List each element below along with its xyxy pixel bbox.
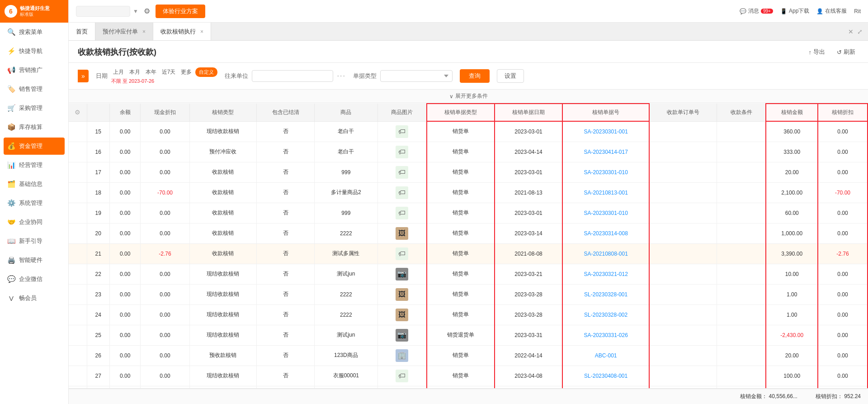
settings-button[interactable]: 设置 [497,69,524,83]
bill-no-link[interactable]: SA-20230414-017 [584,149,627,155]
cell-cancel_bill_no[interactable]: SA-20230301-010 [562,162,649,182]
user-info[interactable]: Rit [854,8,861,14]
expand-more-button[interactable]: ∨ 展开更多条件 [449,92,488,100]
logo-icon: 6 [5,5,17,18]
cell-cancel_bill_type: 销货单 [427,142,495,162]
sidebar-item-wechat[interactable]: 💬 企业微信 [0,270,68,289]
cell-cash_discount: 0.00 [141,325,189,345]
cell-cancel_bill_no[interactable]: SL-20230408-001 [562,366,649,386]
cell-cancel_bill_no[interactable]: SA-20230414-017 [562,142,649,162]
filter-expand-button[interactable]: » [78,70,89,82]
col-header-include_settled: 包含已结清 [256,104,314,121]
cell-cancel_bill_no[interactable]: SA-20230331-026 [562,325,649,345]
sidebar-item-quick-nav[interactable]: ⚡ 快捷导航 [0,42,68,61]
cell-cash_discount: -2.76 [141,243,189,264]
unit-filter-input[interactable] [252,70,333,82]
cell-balance: 0.00 [110,366,141,386]
date-custom-btn[interactable]: 自定义 [195,67,217,77]
bill-no-link[interactable]: SL-20230408-001 [584,373,627,379]
cell-collection_condition [717,182,766,203]
cell-cancel_amount: 10.00 [766,264,817,284]
sidebar-label-sales: 销售管理 [19,85,42,93]
cell-cancel_bill_no[interactable]: SL-20230328-002 [562,304,649,325]
query-button[interactable]: 查询 [460,69,490,83]
table-container[interactable]: ⚙余额现金折扣核销类型包含已结清商品商品图片核销单据类型核销单据日期核销单据号收… [69,103,868,388]
export-button[interactable]: ↑ 导出 [805,46,829,58]
cell-product_image: 📷 [377,264,427,284]
cell-cancel_bill_no[interactable]: ABC-001 [562,345,649,366]
app-download-button[interactable]: 📱 App下载 [780,7,809,15]
tab-prepay-close[interactable]: × [142,29,146,35]
cell-balance: 0.00 [110,203,141,223]
sidebar-item-inventory[interactable]: 📦 库存核算 [0,118,68,137]
sidebar-item-system[interactable]: ⚙️ 系统管理 [0,194,68,213]
messages-button[interactable]: 💬 消息 99+ [740,7,773,15]
sidebar-item-sales[interactable]: 🏷️ 销售管理 [0,80,68,99]
cell-include_settled: 否 [256,366,314,386]
cell-collection_order_no [649,325,717,345]
sidebar-item-marketing[interactable]: 📢 营销推广 [0,61,68,80]
table-settings-icon[interactable]: ⚙ [75,109,80,116]
bill-no-link[interactable]: SA-20230301-010 [584,169,627,176]
bill-no-link[interactable]: SA-20230331-026 [584,332,627,338]
tab-collection[interactable]: 收款核销执行 × [153,23,211,40]
online-service-button[interactable]: 👤 在线客服 [816,7,847,15]
sidebar-item-basic-info[interactable]: 🗂️ 基础信息 [0,175,68,194]
date-7days-btn[interactable]: 近7天 [160,67,178,77]
export-icon: ↑ [809,49,812,56]
refresh-button[interactable]: ↺ 刷新 [833,46,859,58]
bill-no-link[interactable]: ABC-001 [595,352,617,359]
cell-cancel_discount: 0.00 [818,325,868,345]
gear-icon[interactable]: ⚙ [144,7,150,15]
cell-cancel_bill_no[interactable]: SA-20230301-010 [562,203,649,223]
date-this-month-btn[interactable]: 本月 [127,67,142,77]
bill-type-select[interactable] [380,70,453,82]
bill-no-link[interactable]: SA-20230321-012 [584,271,627,277]
cell-balance: 0.00 [110,142,141,162]
bill-no-link[interactable]: SA-20210808-001 [584,251,627,257]
cell-product: 999 [315,203,377,223]
col-header-product: 商品 [315,104,377,121]
sidebar-item-search[interactable]: 🔍 搜索菜单 [0,23,68,42]
date-this-year-btn[interactable]: 本年 [144,67,158,77]
tab-collection-close[interactable]: × [200,29,203,35]
industry-solution-button[interactable]: 体验行业方案 [156,5,205,18]
sidebar-item-operations[interactable]: 📊 经营管理 [0,156,68,175]
cell-cancel_bill_no[interactable]: SA-20210813-001 [562,182,649,203]
cell-cancel_bill_no[interactable]: SA-20210808-001 [562,243,649,264]
cell-cancel_bill_no[interactable]: SA-20230321-012 [562,264,649,284]
sidebar-item-member[interactable]: V 畅会员 [0,289,68,308]
cell-cancel_bill_no[interactable]: SL-20230328-001 [562,284,649,304]
maximize-window-icon[interactable]: ⤢ [857,28,863,35]
sidebar-item-finance[interactable]: 💰 资金管理 [4,138,65,155]
data-table: ⚙余额现金折扣核销类型包含已结清商品商品图片核销单据类型核销单据日期核销单据号收… [69,103,868,388]
cell-cancel_bill_no[interactable]: SA-20230301-001 [562,121,649,142]
cell-cancel_bill_type: 销货退货单 [427,325,495,345]
cell-cancel_bill_no[interactable]: SA-20230314-008 [562,223,649,243]
bill-no-link[interactable]: SA-20210813-001 [584,190,627,196]
cell-cancel_type: 预收款核销 [189,345,256,366]
cell-include_settled: 否 [256,203,314,223]
bill-no-link[interactable]: SL-20230328-002 [584,312,627,318]
sidebar-item-hardware[interactable]: 🖨️ 智能硬件 [0,251,68,270]
brand-input[interactable] [76,6,130,17]
tab-home[interactable]: 首页 [69,23,95,40]
cell-balance: 0.00 [110,345,141,366]
tabbar: 首页 预付冲应付单 × 收款核销执行 × ✕ ⤢ [69,23,868,41]
bill-no-link[interactable]: SA-20230301-010 [584,210,627,216]
cell-cancel_bill_type: 销货单 [427,162,495,182]
col-settings[interactable]: ⚙ [69,104,87,121]
bill-no-link[interactable]: SA-20230314-008 [584,230,627,237]
bill-no-link[interactable]: SA-20230301-001 [584,128,627,135]
cell-include_settled: 否 [256,243,314,264]
date-prev-month-btn[interactable]: 上月 [111,67,126,77]
tab-prepay[interactable]: 预付冲应付单 × [95,23,153,40]
cell-collection_order_no [649,203,717,223]
date-more-btn[interactable]: 更多 [179,67,193,77]
sidebar-item-guide[interactable]: 📖 新手引导 [0,232,68,251]
cell-collection_order_no [649,182,717,203]
close-window-icon[interactable]: ✕ [848,28,854,35]
sidebar-item-purchase[interactable]: 🛒 采购管理 [0,99,68,118]
bill-no-link[interactable]: SL-20230328-001 [584,291,627,298]
sidebar-item-enterprise[interactable]: 🤝 企业协同 [0,213,68,232]
